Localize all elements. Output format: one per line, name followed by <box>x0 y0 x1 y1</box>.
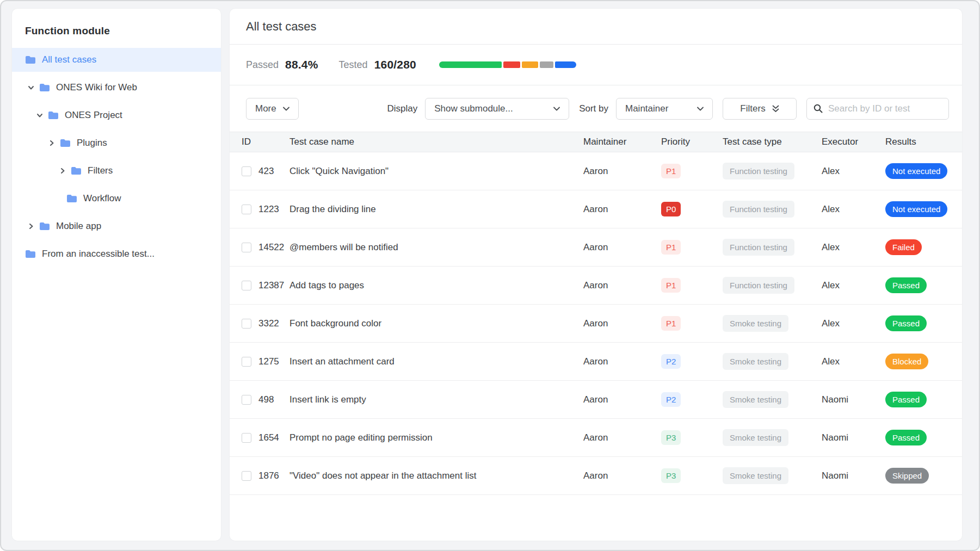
sidebar-item[interactable]: All test cases <box>12 48 221 72</box>
filters-button[interactable]: Filters <box>723 98 797 120</box>
search-input[interactable] <box>828 103 942 114</box>
testcase-name[interactable]: Drag the dividing line <box>289 204 583 215</box>
progress-segment-not-executed <box>555 61 576 68</box>
app-window: Function module All test casesONES Wiki … <box>0 0 980 551</box>
testcase-name[interactable]: Insert link is empty <box>289 394 583 405</box>
folder-icon <box>25 55 36 64</box>
testcase-type-tag: Smoke testing <box>723 391 788 408</box>
table-row[interactable]: 12387Add tags to pagesAaronP1Function te… <box>230 267 962 305</box>
row-checkbox[interactable] <box>242 433 251 443</box>
sidebar: Function module All test casesONES Wiki … <box>12 9 221 541</box>
testcase-name[interactable]: Font background color <box>289 318 583 329</box>
passed-label: Passed <box>246 59 279 71</box>
maintainer: Aaron <box>583 470 661 481</box>
testcase-type-tag: Function testing <box>723 277 794 294</box>
result-badge: Passed <box>885 277 927 293</box>
priority-badge: P2 <box>661 392 681 407</box>
maintainer: Aaron <box>583 432 661 443</box>
progress-segment-skipped <box>540 61 553 68</box>
testcase-id: 3322 <box>258 318 279 329</box>
display-dropdown[interactable]: Show submodule... <box>425 98 569 120</box>
row-checkbox[interactable] <box>242 205 251 214</box>
sidebar-item-label: Workflow <box>83 193 121 204</box>
chevron-down-icon <box>553 107 560 111</box>
testcase-name[interactable]: @members will be notified <box>289 242 583 253</box>
sidebar-item[interactable]: ONES Project <box>12 103 221 127</box>
testcase-name[interactable]: Add tags to pages <box>289 280 583 291</box>
row-checkbox[interactable] <box>242 395 251 405</box>
column-header-executor: Executor <box>822 137 885 147</box>
row-checkbox[interactable] <box>242 357 251 367</box>
result-badge: Skipped <box>885 468 929 484</box>
sort-by-label: Sort by <box>579 103 608 114</box>
sidebar-item[interactable]: Mobile app <box>12 214 221 238</box>
testcase-name[interactable]: Insert an attachment card <box>289 356 583 367</box>
testcase-id: 498 <box>258 394 274 405</box>
sort-dropdown-value: Maintainer <box>625 103 668 114</box>
module-tree: All test casesONES Wiki for WebONES Proj… <box>12 48 221 266</box>
progress-segment-failed <box>503 61 520 68</box>
testcase-name[interactable]: Prompt no page editing permission <box>289 432 583 443</box>
executor: Naomi <box>822 394 885 405</box>
more-button-label: More <box>255 103 276 114</box>
testcase-type-tag: Smoke testing <box>723 429 788 446</box>
column-header-maintainer: Maintainer <box>583 137 661 147</box>
sidebar-item-label: All test cases <box>42 54 96 65</box>
progress-bar <box>439 61 576 68</box>
display-dropdown-value: Show submodule... <box>434 103 513 114</box>
testcase-type-tag: Function testing <box>723 239 794 256</box>
table-row[interactable]: 1275Insert an attachment cardAaronP2Smok… <box>230 343 962 381</box>
sidebar-item[interactable]: From an inaccessible test... <box>12 242 221 266</box>
priority-badge: P1 <box>661 240 681 255</box>
table-row[interactable]: 14522@members will be notifiedAaronP1Fun… <box>230 228 962 267</box>
chevron-right-icon[interactable] <box>48 139 56 147</box>
chevron-right-icon[interactable] <box>59 167 66 175</box>
filters-button-label: Filters <box>740 103 765 114</box>
testcase-type-tag: Function testing <box>723 201 794 218</box>
sidebar-item[interactable]: Filters <box>12 159 221 183</box>
page-title: All test cases <box>230 9 962 45</box>
testcase-name[interactable]: "Video" does not appear in the attachmen… <box>289 470 583 481</box>
result-badge: Failed <box>885 239 922 255</box>
testcase-name[interactable]: Click "Quick Navigation" <box>289 166 583 177</box>
executor: Alex <box>822 280 885 291</box>
testcase-type-tag: Smoke testing <box>723 353 788 370</box>
row-checkbox[interactable] <box>242 166 251 176</box>
executor: Alex <box>822 356 885 367</box>
executor: Alex <box>822 318 885 329</box>
chevron-down-icon[interactable] <box>36 112 44 119</box>
folder-icon <box>39 83 50 92</box>
row-checkbox[interactable] <box>242 243 251 252</box>
table-row[interactable]: 423Click "Quick Navigation"AaronP1Functi… <box>230 152 962 190</box>
progress-segment-passed <box>439 61 502 68</box>
row-checkbox[interactable] <box>242 281 251 290</box>
result-badge: Not executed <box>885 163 947 179</box>
sort-dropdown[interactable]: Maintainer <box>616 98 713 120</box>
chevron-right-icon[interactable] <box>27 222 35 230</box>
testcase-type-tag: Function testing <box>723 163 794 179</box>
table-row[interactable]: 3322Font background colorAaronP1Smoke te… <box>230 305 962 343</box>
search-box[interactable] <box>806 98 949 120</box>
sidebar-item[interactable]: Plugins <box>12 131 221 155</box>
row-checkbox[interactable] <box>242 471 251 481</box>
sidebar-title: Function module <box>25 25 221 37</box>
folder-icon <box>39 222 50 231</box>
result-badge: Not executed <box>885 201 947 217</box>
testcase-id: 14522 <box>258 242 284 253</box>
chevron-down-icon[interactable] <box>27 84 35 91</box>
sidebar-item-label: Mobile app <box>56 221 101 232</box>
table-row[interactable]: 498Insert link is emptyAaronP2Smoke test… <box>230 381 962 419</box>
folder-icon <box>66 194 77 203</box>
search-icon <box>813 104 823 113</box>
result-badge: Passed <box>885 392 927 407</box>
sidebar-item[interactable]: Workflow <box>12 187 221 211</box>
sidebar-item[interactable]: ONES Wiki for Web <box>12 76 221 100</box>
table-row[interactable]: 1223Drag the dividing lineAaronP0Functio… <box>230 190 962 228</box>
more-button[interactable]: More <box>246 98 299 120</box>
table-row[interactable]: 1876"Video" does not appear in the attac… <box>230 457 962 495</box>
table-row[interactable]: 1654Prompt no page editing permissionAar… <box>230 419 962 457</box>
folder-icon <box>71 166 82 175</box>
row-checkbox[interactable] <box>242 319 251 329</box>
testcase-type-tag: Smoke testing <box>723 467 788 484</box>
maintainer: Aaron <box>583 166 661 177</box>
